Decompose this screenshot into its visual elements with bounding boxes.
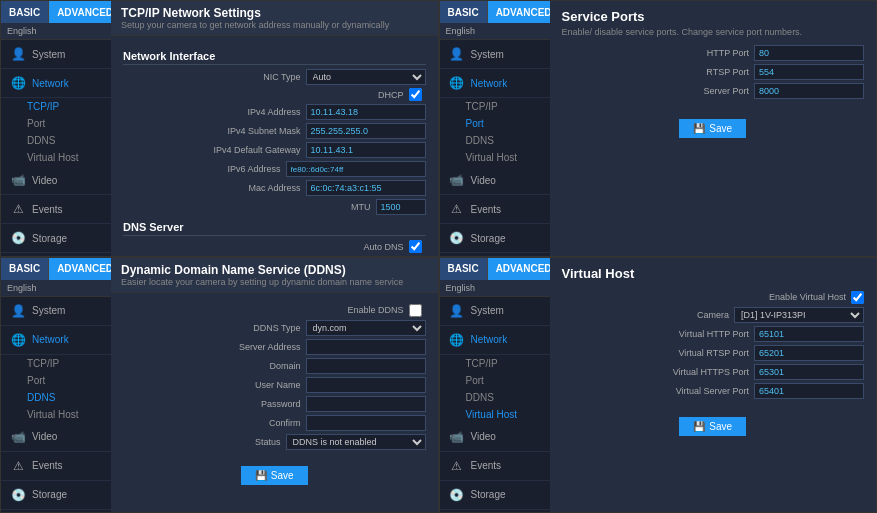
sub-item-port-tr[interactable]: Port xyxy=(450,115,550,132)
enable-vhost-checkbox[interactable] xyxy=(851,291,864,304)
sub-item-tcpip-tr[interactable]: TCP/IP xyxy=(450,98,550,115)
sub-item-ddns-tl[interactable]: DDNS xyxy=(11,132,111,149)
save-button-ddns[interactable]: 💾 Save xyxy=(241,466,308,485)
sidebar-item-system-br[interactable]: 👤 System xyxy=(440,297,550,326)
tab-bar-vhost: BASIC ADVANCED xyxy=(440,258,550,280)
ipv4-address-input[interactable] xyxy=(306,104,426,120)
enable-ddns-checkbox[interactable] xyxy=(409,304,422,317)
sidebar-item-storage-br[interactable]: 💿 Storage xyxy=(440,481,550,510)
network-icon-br: 🌐 xyxy=(448,331,466,349)
sub-item-vhost-tl[interactable]: Virtual Host xyxy=(11,149,111,166)
sub-item-ddns-tr[interactable]: DDNS xyxy=(450,132,550,149)
domain-input[interactable] xyxy=(306,358,426,374)
sidebar-item-video-br[interactable]: 📹 Video xyxy=(440,423,550,452)
status-select[interactable]: DDNS is not enabled xyxy=(286,434,426,450)
sidebar-item-events-bl[interactable]: ⚠ Events xyxy=(1,452,111,481)
tab-basic-vhost[interactable]: BASIC xyxy=(440,258,488,280)
sidebar-item-video-tl[interactable]: 📹 Video xyxy=(1,166,111,195)
storage-icon-bl: 💿 xyxy=(9,486,27,504)
row-enable-vhost: Enable Virtual Host xyxy=(562,291,865,304)
sub-item-ddns-bl[interactable]: DDNS xyxy=(11,389,111,406)
sub-item-tcpip-tl[interactable]: TCP/IP xyxy=(11,98,111,115)
sidebar-item-video-bl[interactable]: 📹 Video xyxy=(1,423,111,452)
sidebar-item-storage-tr[interactable]: 💿 Storage xyxy=(440,224,550,253)
lang-select-vhost: English xyxy=(440,280,550,297)
sub-item-vhost-br[interactable]: Virtual Host xyxy=(450,406,550,423)
sidebar-ddns: BASIC ADVANCED English 👤 System 🌐 Networ… xyxy=(1,258,111,513)
sidebar-item-system-tr[interactable]: 👤 System xyxy=(440,40,550,69)
lang-select-tcpip: English xyxy=(1,23,111,40)
tcpip-subtitle: Setup your camera to get network address… xyxy=(121,20,428,30)
auto-dns-checkbox[interactable] xyxy=(409,240,422,253)
vhttps-port-input[interactable] xyxy=(754,364,864,380)
storage-icon-tr: 💿 xyxy=(448,229,466,247)
ipv6-input[interactable] xyxy=(286,161,426,177)
video-icon-bl: 📹 xyxy=(9,428,27,446)
save-button-vhost[interactable]: 💾 Save xyxy=(679,417,746,436)
sidebar-item-storage-tl[interactable]: 💿 Storage xyxy=(1,224,111,253)
sub-item-port-bl[interactable]: Port xyxy=(11,372,111,389)
nic-type-select[interactable]: Auto xyxy=(306,69,426,85)
tab-basic-ddns[interactable]: BASIC xyxy=(1,258,49,280)
sidebar-item-events-tr[interactable]: ⚠ Events xyxy=(440,195,550,224)
events-icon-bl: ⚠ xyxy=(9,457,27,475)
sub-item-tcpip-bl[interactable]: TCP/IP xyxy=(11,355,111,372)
sidebar-item-network-tr[interactable]: 🌐 Network xyxy=(440,69,550,98)
camera-select[interactable]: [D1] 1V-IP313PI xyxy=(734,307,864,323)
row-vhttps: Virtual HTTPS Port xyxy=(562,364,865,380)
mtu-input[interactable] xyxy=(376,199,426,215)
lang-select-ddns: English xyxy=(1,280,111,297)
password-input[interactable] xyxy=(306,396,426,412)
vrtsp-port-input[interactable] xyxy=(754,345,864,361)
content-header-ddns: Dynamic Domain Name Service (DDNS) Easie… xyxy=(111,258,438,293)
video-icon-br: 📹 xyxy=(448,428,466,446)
http-port-input[interactable] xyxy=(754,45,864,61)
row-auto-dns: Auto DNS xyxy=(123,240,426,253)
network-icon-tl: 🌐 xyxy=(9,74,27,92)
sidebar-item-network-tl[interactable]: 🌐 Network xyxy=(1,69,111,98)
ddns-type-select[interactable]: dyn.com xyxy=(306,320,426,336)
server-addr-input[interactable] xyxy=(306,339,426,355)
sub-item-tcpip-br[interactable]: TCP/IP xyxy=(450,355,550,372)
sidebar-item-storage-bl[interactable]: 💿 Storage xyxy=(1,481,111,510)
mac-input[interactable] xyxy=(306,180,426,196)
sidebar-item-video-tr[interactable]: 📹 Video xyxy=(440,166,550,195)
tab-basic-tcpip[interactable]: BASIC xyxy=(1,1,49,23)
rtsp-port-input[interactable] xyxy=(754,64,864,80)
confirm-input[interactable] xyxy=(306,415,426,431)
sub-item-vhost-bl[interactable]: Virtual Host xyxy=(11,406,111,423)
server-port-input[interactable] xyxy=(754,83,864,99)
sidebar-item-system-tl[interactable]: 👤 System xyxy=(1,40,111,69)
vhost-title: Virtual Host xyxy=(562,266,865,281)
sidebar-item-network-br[interactable]: 🌐 Network xyxy=(440,326,550,355)
row-dhcp: DHCP xyxy=(123,88,426,101)
dhcp-checkbox[interactable] xyxy=(409,88,422,101)
sub-item-vhost-tr[interactable]: Virtual Host xyxy=(450,149,550,166)
sidebar-item-events-tl[interactable]: ⚠ Events xyxy=(1,195,111,224)
section-dns: DNS Server xyxy=(123,221,426,236)
content-header-tcpip: TCP/IP Network Settings Setup your camer… xyxy=(111,1,438,36)
content-ports: Service Ports Enable/ disable service po… xyxy=(550,1,877,256)
events-icon-tl: ⚠ xyxy=(9,200,27,218)
vserver-port-input[interactable] xyxy=(754,383,864,399)
vhttp-port-input[interactable] xyxy=(754,326,864,342)
row-ipv6: IPv6 Address xyxy=(123,161,426,177)
username-input[interactable] xyxy=(306,377,426,393)
storage-icon-br: 💿 xyxy=(448,486,466,504)
row-subnet: IPv4 Subnet Mask xyxy=(123,123,426,139)
sub-item-ddns-br[interactable]: DDNS xyxy=(450,389,550,406)
sidebar-tcpip: BASIC ADVANCED English 👤 System 🌐 Networ… xyxy=(1,1,111,256)
subnet-input[interactable] xyxy=(306,123,426,139)
sidebar-item-network-bl[interactable]: 🌐 Network xyxy=(1,326,111,355)
section-network-interface: Network Interface xyxy=(123,50,426,65)
sidebar-item-system-bl[interactable]: 👤 System xyxy=(1,297,111,326)
save-button-ports[interactable]: 💾 Save xyxy=(679,119,746,138)
sub-menu-br: TCP/IP Port DDNS Virtual Host xyxy=(440,355,550,423)
gateway-input[interactable] xyxy=(306,142,426,158)
sidebar-item-events-br[interactable]: ⚠ Events xyxy=(440,452,550,481)
tab-basic-ports[interactable]: BASIC xyxy=(440,1,488,23)
sub-item-port-tl[interactable]: Port xyxy=(11,115,111,132)
sub-item-port-br[interactable]: Port xyxy=(450,372,550,389)
row-status: Status DDNS is not enabled xyxy=(123,434,426,450)
tab-bar-ports: BASIC ADVANCED xyxy=(440,1,550,23)
